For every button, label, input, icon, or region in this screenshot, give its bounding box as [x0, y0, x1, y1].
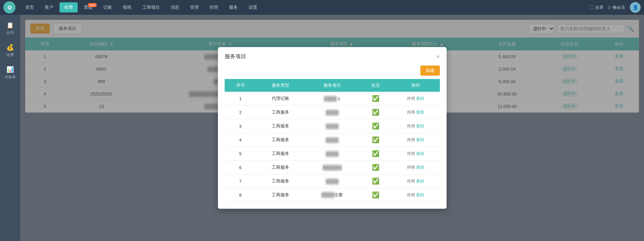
stop-button[interactable]: 停用: [407, 178, 415, 184]
app-logo: ✿: [3, 1, 15, 13]
sidebar-item-contract-label: 合同: [6, 30, 14, 35]
sidebar-item-reconcile[interactable]: 📊 对账单: [1, 63, 19, 83]
status-check-icon: ✅: [372, 164, 379, 171]
status-check-icon: ✅: [372, 123, 379, 129]
modal-cell-item: ██████: [305, 161, 360, 174]
delete-button[interactable]: 删除: [416, 151, 424, 157]
modal-cell-type: 工商服务: [256, 161, 305, 174]
nav-item-tax[interactable]: 报税: [118, 2, 136, 12]
stop-button[interactable]: 停用: [407, 137, 415, 143]
content-area: 新增 服务项目 进行中 全部 已结束 🔍: [20, 15, 644, 241]
fullscreen-label: 全屏: [595, 5, 603, 10]
left-sidebar: 📋 合同 💰 收费 📊 对账单: [0, 15, 20, 241]
sidebar-item-fees[interactable]: 💰 收费: [1, 40, 19, 61]
modal-table-row: 5 工商服务 ████ ✅ 停用 删除: [225, 147, 440, 161]
modal-new-button[interactable]: 新建: [420, 66, 440, 76]
modal-cell-action: 停用 删除: [391, 92, 440, 106]
stop-button[interactable]: 停用: [407, 96, 415, 102]
modal-cell-type: 工商服务: [256, 133, 305, 147]
modal-cell-item: ████: [305, 133, 360, 147]
nav-item-manage[interactable]: 管理: [185, 2, 203, 12]
modal-cell-seq: 1: [225, 92, 257, 106]
modal-col-action: 操作: [391, 79, 440, 92]
nav-item-invoice[interactable]: 票据 new: [79, 2, 97, 12]
modal-cell-status: ✅: [360, 119, 392, 133]
status-check-icon: ✅: [372, 178, 379, 185]
delete-button[interactable]: 删除: [416, 96, 424, 102]
nav-item-service[interactable]: 服务: [224, 2, 242, 12]
nav-item-customer[interactable]: 客户: [40, 2, 58, 12]
nav-item-operation[interactable]: 经营: [205, 2, 223, 12]
service-items-modal: 服务项目 × 新建 序号 服务类型 服务项目 状态: [218, 47, 447, 209]
modal-cell-action: 停用 删除: [391, 174, 440, 188]
nav-item-fees[interactable]: 收费: [60, 2, 78, 12]
delete-button[interactable]: 删除: [416, 178, 424, 184]
modal-cell-item: ████: [305, 119, 360, 133]
contract-icon: 📋: [6, 22, 14, 29]
modal-header: 服务项目 ×: [218, 47, 447, 64]
status-check-icon: ✅: [372, 95, 379, 102]
modal-cell-status: ✅: [360, 161, 392, 174]
modal-col-item: 服务项目: [305, 79, 360, 92]
modal-table-row: 3 工商服务 ████ ✅ 停用 删除: [225, 119, 440, 133]
status-check-icon: ✅: [372, 150, 379, 157]
modal-cell-action: 停用 删除: [391, 119, 440, 133]
delete-button[interactable]: 删除: [416, 192, 424, 198]
delete-button[interactable]: 删除: [416, 137, 424, 143]
sidebar-item-contract[interactable]: 📋 合同: [1, 18, 19, 39]
stop-button[interactable]: 停用: [407, 192, 415, 198]
modal-cell-item: ████: [305, 106, 360, 119]
logo-icon: ✿: [7, 4, 12, 11]
new-badge: new: [88, 3, 97, 7]
modal-cell-action: 停用 删除: [391, 133, 440, 147]
modal-close-button[interactable]: ×: [437, 54, 440, 59]
modal-col-seq: 序号: [225, 79, 257, 92]
avatar-icon: 👤: [633, 5, 638, 10]
modal-cell-type: 工商服务: [256, 188, 305, 202]
modal-overlay: 服务项目 × 新建 序号 服务类型 服务项目 状态: [20, 15, 644, 241]
member-icon: ▷: [608, 5, 611, 10]
nav-item-settings[interactable]: 设置: [244, 2, 262, 12]
modal-table-row: 4 工商服务 ████ ✅ 停用 删除: [225, 133, 440, 147]
nav-right-area: ⛶ 全屏 ▷ 畅会员 👤: [590, 2, 641, 13]
stop-button[interactable]: 停用: [407, 151, 415, 157]
nav-item-home[interactable]: 首页: [21, 2, 39, 12]
fullscreen-icon: ⛶: [590, 5, 594, 10]
modal-cell-seq: 6: [225, 161, 257, 174]
fees-icon: 💰: [6, 44, 14, 51]
delete-button[interactable]: 删除: [416, 165, 424, 170]
reconcile-icon: 📊: [6, 66, 14, 73]
member-button[interactable]: ▷ 畅会员: [608, 5, 625, 10]
modal-cell-action: 停用 删除: [391, 161, 440, 174]
status-check-icon: ✅: [372, 192, 379, 198]
modal-table-row: 8 工商服务 ████注册 ✅ 停用 删除: [225, 188, 440, 202]
modal-cell-seq: 3: [225, 119, 257, 133]
modal-cell-status: ✅: [360, 92, 392, 106]
modal-cell-action: 停用 删除: [391, 106, 440, 119]
modal-cell-seq: 5: [225, 147, 257, 161]
modal-cell-status: ✅: [360, 174, 392, 188]
nav-menu: 首页 客户 收费 票据 new 记账 报税 工商项目 消息 管理 经营 服务 设…: [21, 2, 590, 12]
delete-button[interactable]: 删除: [416, 123, 424, 129]
modal-title: 服务项目: [225, 53, 246, 60]
stop-button[interactable]: 停用: [407, 165, 415, 170]
modal-cell-seq: 8: [225, 188, 257, 202]
top-navigation: ✿ 首页 客户 收费 票据 new 记账 报税 工商项目 消息 管理 经营 服务…: [0, 0, 644, 15]
service-items-table: 序号 服务类型 服务项目 状态 操作 1 代理记账 ████ 1: [225, 79, 440, 202]
user-avatar[interactable]: 👤: [630, 2, 641, 13]
stop-button[interactable]: 停用: [407, 123, 415, 129]
modal-toolbar: 新建: [218, 64, 447, 79]
modal-table-row: 2 工商服务 ████ ✅ 停用 删除: [225, 106, 440, 119]
nav-item-message[interactable]: 消息: [166, 2, 184, 12]
sidebar-item-fees-label: 收费: [6, 52, 14, 57]
modal-table-row: 7 工商服务 ████ ✅ 停用 删除: [225, 174, 440, 188]
nav-item-bookkeeping[interactable]: 记账: [99, 2, 117, 12]
nav-item-business[interactable]: 工商项目: [138, 2, 164, 12]
status-check-icon: ✅: [372, 136, 379, 143]
fullscreen-button[interactable]: ⛶ 全屏: [590, 5, 603, 10]
modal-cell-status: ✅: [360, 106, 392, 119]
delete-button[interactable]: 删除: [416, 110, 424, 115]
modal-cell-seq: 4: [225, 133, 257, 147]
stop-button[interactable]: 停用: [407, 110, 415, 115]
modal-cell-action: 停用 删除: [391, 188, 440, 202]
